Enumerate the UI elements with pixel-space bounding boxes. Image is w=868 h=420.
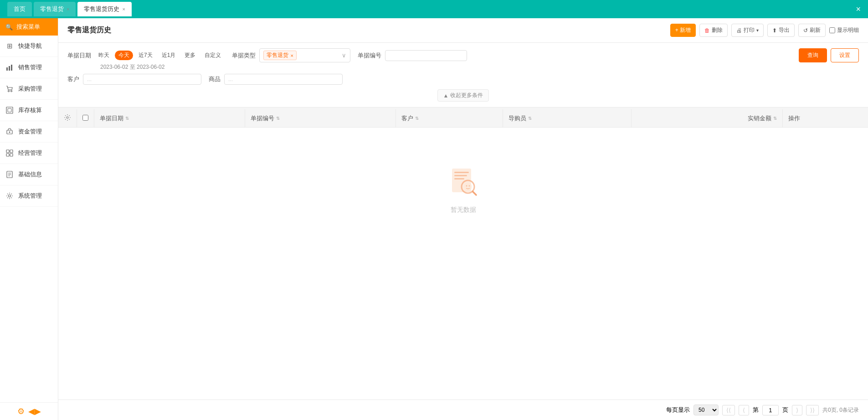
sales-mgmt-icon [5, 63, 14, 72]
sidebar-search[interactable]: 🔍 搜索菜单 [0, 18, 58, 36]
type-select[interactable]: 零售退货 × ∨ [259, 48, 350, 62]
sidebar: 🔍 搜索菜单 ⊞ 快捷导航 销售管理 [0, 18, 58, 420]
page-label: 第 [753, 406, 759, 414]
date-filter-label: 单据日期 [67, 51, 91, 60]
sidebar-item-operations-mgmt[interactable]: 经营管理 [0, 143, 58, 164]
window-close-button[interactable]: × [852, 3, 864, 16]
fund-mgmt-icon [5, 128, 14, 136]
sidebar-item-sales-mgmt[interactable]: 销售管理 [0, 57, 58, 78]
tab-retail-return-history[interactable]: 零售退货历史 × [77, 2, 131, 16]
date-btn-1month[interactable]: 近1月 [158, 51, 180, 60]
tab-retail-return-history-close[interactable]: × [122, 6, 125, 12]
first-page-btn[interactable]: ⟨⟨ [722, 405, 735, 415]
empty-state: 暂无数据 [58, 128, 868, 251]
th-no[interactable]: 单据编号 ⇅ [245, 109, 396, 128]
per-page-select[interactable]: 10 20 50 100 [693, 405, 719, 415]
tab-retail-return-close[interactable]: × [67, 6, 69, 12]
sidebar-item-label: 快捷导航 [18, 42, 42, 50]
date-btn-7days[interactable]: 近7天 [135, 51, 156, 60]
date-btn-group: 昨天 今天 近7天 近1月 更多 自定义 [95, 51, 225, 60]
product-filter-label: 商品 [209, 75, 221, 83]
svg-point-17 [9, 195, 11, 197]
show-detail-checkbox[interactable]: 显示明细 [829, 26, 859, 34]
svg-point-3 [8, 91, 10, 92]
customer-input[interactable] [83, 74, 201, 85]
sort-icon-amount: ⇅ [773, 116, 777, 121]
filter-row-1: 单据日期 昨天 今天 近7天 近1月 更多 自定义 单据类型 [67, 48, 859, 62]
th-customer[interactable]: 客户 ⇅ [396, 109, 503, 128]
sidebar-item-quick-nav[interactable]: ⊞ 快捷导航 [0, 36, 58, 57]
th-amount[interactable]: 实销金额 ⇅ [632, 109, 782, 128]
print-button[interactable]: 🖨 打印 ▾ [731, 24, 764, 37]
sidebar-item-fund-mgmt[interactable]: 资金管理 [0, 121, 58, 143]
page-num-input[interactable] [762, 405, 779, 415]
collapse-icon: ▲ [443, 92, 449, 99]
data-table: 单据日期 ⇅ 单据编号 ⇅ 客户 [58, 109, 868, 251]
tab-home[interactable]: 首页 [7, 2, 32, 16]
type-tag: 零售退货 × [263, 51, 296, 60]
product-input[interactable] [224, 74, 343, 85]
page-suffix: 页 [782, 406, 788, 414]
svg-rect-6 [8, 108, 11, 112]
sidebar-item-label: 基础信息 [18, 170, 42, 179]
pagination-bar: 每页显示 10 20 50 100 ⟨⟨ ⟨ 第 页 ⟩ ⟩⟩ 共0页, 0条记… [58, 400, 868, 420]
sort-icon-date: ⇅ [125, 116, 129, 121]
empty-text: 暂无数据 [451, 206, 476, 214]
basic-info-icon [5, 170, 14, 179]
last-page-btn[interactable]: ⟩⟩ [806, 405, 819, 415]
sort-icon-guide: ⇅ [528, 116, 532, 121]
date-range-text: 2023-06-02 至 2023-06-02 [100, 64, 164, 70]
filter-row-2: 客户 商品 [67, 74, 859, 85]
svg-rect-2 [11, 65, 12, 71]
type-tag-close[interactable]: × [290, 53, 293, 58]
th-guide[interactable]: 导购员 ⇅ [503, 109, 632, 128]
tab-retail-return[interactable]: 零售退货 × [34, 2, 76, 16]
select-all-checkbox[interactable] [82, 115, 88, 121]
show-detail-input[interactable] [829, 27, 835, 33]
th-date[interactable]: 单据日期 ⇅ [94, 109, 245, 128]
th-checkbox[interactable] [77, 109, 94, 128]
audio-footer-btn[interactable]: ◀▶ [28, 406, 41, 416]
page-actions: + 新增 🗑 删除 🖨 打印 ▾ ⬆ 导出 ↺ 刷新 [670, 24, 859, 42]
svg-rect-20 [454, 172, 469, 173]
sidebar-item-label: 采购管理 [18, 85, 42, 93]
type-dropdown-icon: ∨ [342, 52, 346, 59]
prev-page-btn[interactable]: ⟨ [739, 405, 749, 415]
top-bar: 首页 零售退货 × 零售退货历史 × × [0, 0, 868, 18]
tab-list: 首页 零售退货 × 零售退货历史 × [7, 2, 852, 16]
voucher-filter: 单据编号 [358, 50, 467, 61]
quick-nav-icon: ⊞ [5, 42, 14, 50]
svg-rect-12 [10, 154, 13, 156]
voucher-no-input[interactable] [385, 50, 467, 61]
svg-point-27 [468, 185, 470, 187]
table-area: 单据日期 ⇅ 单据编号 ⇅ 客户 [58, 109, 868, 400]
sidebar-item-purchase-mgmt[interactable]: 采购管理 [0, 78, 58, 100]
sidebar-search-label: 搜索菜单 [16, 23, 40, 31]
date-btn-more[interactable]: 更多 [181, 51, 199, 60]
sidebar-item-basic-info[interactable]: 基础信息 [0, 164, 58, 185]
export-button[interactable]: ⬆ 导出 [767, 24, 795, 37]
sidebar-item-inventory[interactable]: 库存核算 [0, 100, 58, 121]
svg-rect-5 [6, 107, 13, 113]
settings-footer-btn[interactable]: ⚙ [17, 406, 25, 416]
next-page-btn[interactable]: ⟩ [792, 405, 802, 415]
date-btn-custom[interactable]: 自定义 [201, 51, 225, 60]
svg-rect-21 [454, 175, 467, 176]
sidebar-item-label: 库存核算 [18, 106, 42, 114]
sidebar-item-system-mgmt[interactable]: 系统管理 [0, 185, 58, 207]
date-filter: 单据日期 昨天 今天 近7天 近1月 更多 自定义 [67, 51, 225, 60]
filter-setting-button[interactable]: 设置 [831, 48, 859, 62]
date-btn-yesterday[interactable]: 昨天 [95, 51, 113, 60]
th-settings[interactable] [58, 109, 77, 128]
refresh-button[interactable]: ↺ 刷新 [798, 24, 826, 37]
delete-button[interactable]: 🗑 删除 [699, 24, 728, 37]
svg-point-4 [11, 91, 12, 92]
date-btn-today[interactable]: 今天 [115, 51, 133, 60]
main-layout: 🔍 搜索菜单 ⊞ 快捷导航 销售管理 [0, 18, 868, 420]
query-button[interactable]: 查询 [799, 48, 827, 62]
page-title: 零售退货历史 [67, 26, 111, 41]
new-button[interactable]: + 新增 [670, 24, 696, 37]
sidebar-item-label: 资金管理 [18, 128, 42, 136]
collapse-filter-button[interactable]: ▲ 收起更多条件 [437, 89, 489, 102]
filter-area: 单据日期 昨天 今天 近7天 近1月 更多 自定义 单据类型 [58, 43, 868, 108]
